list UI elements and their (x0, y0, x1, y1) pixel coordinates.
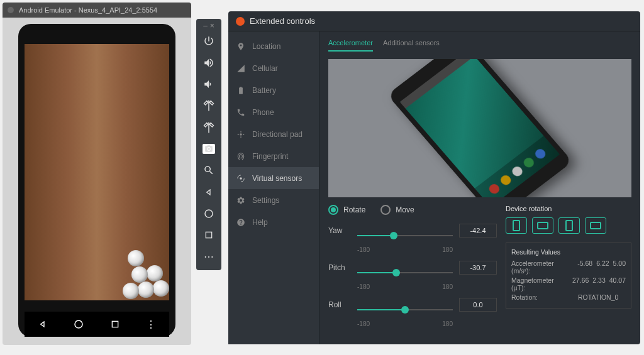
sidebar-item-phone[interactable]: Phone (228, 101, 319, 123)
orientation-controls: Rotate Move Yaw -42.4 (328, 205, 497, 335)
yaw-max: 180 (442, 246, 453, 253)
emulator-toolbar: – × ⋯ (196, 19, 221, 270)
power-button[interactable] (199, 33, 218, 49)
nav-recents-button[interactable] (109, 318, 121, 330)
nav-menu-button[interactable]: ⋮ (145, 318, 157, 330)
ball-sprite (153, 280, 169, 297)
resulting-values-title: Resulting Values (511, 248, 626, 256)
rotation-portrait-button[interactable] (506, 217, 527, 234)
svg-point-2 (205, 210, 213, 217)
extended-titlebar[interactable]: Extended controls (228, 11, 640, 31)
pitch-label: Pitch (328, 263, 351, 272)
nav-home-button[interactable] (72, 318, 85, 330)
window-close-icon[interactable] (236, 17, 245, 26)
device-rotation-label: Device rotation (506, 205, 631, 212)
yaw-label: Yaw (328, 226, 351, 235)
roll-label: Roll (328, 300, 351, 309)
sensors-icon (236, 174, 246, 183)
radio-checked-icon (328, 205, 338, 215)
landscape-icon (537, 222, 548, 229)
ball-sprite (128, 250, 144, 266)
overview-button[interactable] (199, 227, 218, 243)
minimize-button[interactable]: – (203, 21, 208, 30)
emulator-window: Android Emulator - Nexus_4_API_24_2:5554… (3, 3, 191, 345)
sidebar-label: Help (252, 218, 268, 227)
sidebar-item-virtual-sensors[interactable]: Virtual sensors (228, 167, 319, 189)
mag-label: Magnetometer (µT): (511, 276, 569, 292)
close-button[interactable]: × (210, 21, 214, 30)
rotation-landscape-button[interactable] (532, 217, 553, 234)
mode-rotate-label: Rotate (343, 205, 365, 214)
toolbar-window-controls: – × (196, 21, 221, 30)
sidebar-item-fingerprint[interactable]: Fingerprint (228, 145, 319, 167)
resulting-values-box: Resulting Values Accelerometer (m/s²):-5… (506, 243, 631, 309)
roll-max: 180 (442, 320, 453, 327)
emulator-title: Android Emulator - Nexus_4_API_24_2:5554 (19, 6, 157, 14)
sidebar-label: Settings (252, 196, 279, 205)
svg-point-5 (240, 177, 242, 180)
tab-additional-sensors[interactable]: Additional sensors (383, 39, 440, 52)
rotation-label: Rotation: (511, 293, 574, 301)
sidebar-label: Battery (252, 86, 276, 95)
rotate-right-button[interactable] (199, 119, 218, 136)
sidebar-label: Directional pad (252, 130, 303, 139)
svg-rect-1 (112, 321, 118, 327)
roll-slider[interactable] (357, 304, 453, 305)
more-button[interactable]: ⋯ (199, 249, 218, 265)
volume-up-button[interactable] (199, 54, 218, 70)
roll-value-input[interactable]: 0.0 (459, 298, 497, 312)
tab-accelerometer[interactable]: Accelerometer (328, 39, 373, 52)
sidebar-item-battery[interactable]: Battery (228, 79, 319, 101)
yaw-min: -180 (357, 246, 370, 253)
location-icon (236, 42, 246, 51)
sidebar-item-location[interactable]: Location (228, 35, 319, 57)
mode-move-radio[interactable]: Move (380, 205, 414, 215)
rotation-landscape-reverse-button[interactable] (585, 217, 606, 234)
home-button[interactable] (199, 205, 218, 222)
help-icon (236, 218, 246, 227)
dpad-icon (236, 130, 246, 139)
sidebar-label: Location (252, 42, 280, 51)
extended-content: Accelerometer Additional sensors (319, 31, 640, 344)
emulator-titlebar[interactable]: Android Emulator - Nexus_4_API_24_2:5554 (3, 3, 191, 18)
rotate-left-button[interactable] (199, 97, 218, 114)
mag-z: 40.07 (609, 276, 626, 292)
accel-label: Accelerometer (m/s²): (511, 259, 574, 275)
pitch-min: -180 (357, 283, 370, 290)
sidebar-item-settings[interactable]: Settings (228, 189, 319, 211)
sidebar-item-help[interactable]: Help (228, 211, 319, 233)
emulator-device-frame: ⋮ (18, 24, 175, 337)
emulator-screen[interactable] (25, 44, 169, 300)
ball-sprite (123, 283, 139, 299)
yaw-value-input[interactable]: -42.4 (459, 224, 497, 238)
nav-back-button[interactable] (36, 318, 49, 330)
pitch-slider[interactable] (357, 267, 453, 268)
sidebar-label: Fingerprint (252, 152, 288, 161)
screenshot-button[interactable] (199, 141, 218, 157)
ball-sprite (147, 265, 163, 281)
ball-sprite (131, 266, 148, 283)
extended-sidebar: Location Cellular Battery Phone Directio… (228, 31, 319, 344)
phone-3d-model[interactable] (387, 59, 573, 197)
mode-rotate-radio[interactable]: Rotate (328, 205, 365, 215)
sidebar-item-cellular[interactable]: Cellular (228, 57, 319, 79)
portrait-reverse-icon (565, 220, 573, 231)
cellular-icon (236, 64, 246, 73)
pitch-value-input[interactable]: -30.7 (459, 261, 497, 275)
sidebar-label: Cellular (252, 64, 278, 73)
accel-z: 5.00 (613, 259, 626, 275)
rotation-portrait-reverse-button[interactable] (558, 217, 580, 234)
volume-down-button[interactable] (199, 76, 218, 92)
mag-y: 2.33 (592, 276, 605, 292)
back-button[interactable] (199, 184, 218, 200)
fingerprint-icon (236, 152, 246, 161)
sidebar-label: Virtual sensors (252, 174, 302, 183)
sidebar-item-dpad[interactable]: Directional pad (228, 123, 319, 145)
zoom-button[interactable] (199, 162, 218, 178)
mode-move-label: Move (396, 205, 414, 214)
portrait-icon (513, 220, 520, 231)
yaw-slider[interactable] (357, 230, 453, 231)
titlebar-dot-icon (8, 7, 14, 13)
device-3d-preview[interactable] (328, 59, 631, 197)
accel-y: 6.22 (596, 259, 609, 275)
